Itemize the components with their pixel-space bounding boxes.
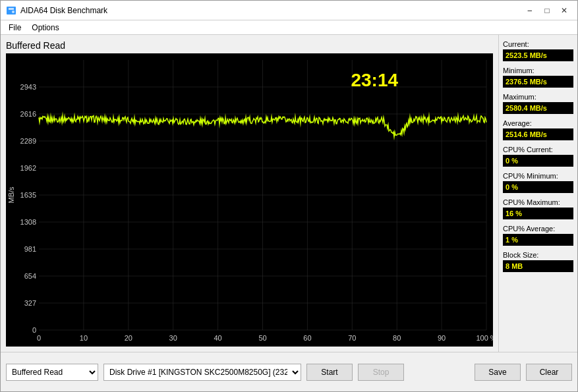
stat-block-size: Block Size: 8 MB: [503, 251, 573, 272]
drive-select[interactable]: Disk Drive #1 [KINGSTON SKC2500M8250G] (…: [103, 364, 301, 381]
window-title: AIDA64 Disk Benchmark: [20, 6, 107, 15]
title-bar-left: AIDA64 Disk Benchmark: [6, 5, 107, 16]
minimum-label: Minimum:: [503, 67, 573, 74]
cpu-maximum-label: CPU% Maximum:: [503, 198, 573, 206]
cpu-average-value: 1 %: [503, 234, 573, 246]
bottom-bar: Buffered Read Random Read Random Write D…: [1, 352, 577, 391]
window-controls: ‒ □ ✕: [522, 4, 572, 17]
average-label: Average:: [503, 119, 573, 127]
chart-container: [6, 53, 493, 347]
stat-cpu-current: CPU% Current: 0 %: [503, 146, 573, 167]
stat-minimum: Minimum: 2376.5 MB/s: [503, 67, 573, 88]
block-size-value: 8 MB: [503, 260, 573, 272]
title-bar: AIDA64 Disk Benchmark ‒ □ ✕: [1, 1, 577, 20]
stat-current: Current: 2523.5 MB/s: [503, 40, 573, 61]
cpu-minimum-label: CPU% Minimum:: [503, 172, 573, 180]
menu-bar: File Options: [1, 20, 577, 35]
minimize-button[interactable]: ‒: [522, 4, 538, 17]
stat-average: Average: 2514.6 MB/s: [503, 119, 573, 140]
cpu-current-value: 0 %: [503, 155, 573, 167]
current-value: 2523.5 MB/s: [503, 49, 573, 61]
menu-options[interactable]: Options: [26, 22, 64, 34]
block-size-label: Block Size:: [503, 251, 573, 259]
main-panel: Buffered Read: [1, 35, 498, 352]
stop-button[interactable]: Stop: [358, 364, 404, 381]
svg-point-2: [12, 11, 14, 13]
average-value: 2514.6 MB/s: [503, 128, 573, 140]
menu-file[interactable]: File: [3, 22, 26, 34]
cpu-average-label: CPU% Average:: [503, 225, 573, 233]
test-select[interactable]: Buffered Read Random Read Random Write: [6, 364, 98, 381]
maximum-label: Maximum:: [503, 93, 573, 101]
start-button[interactable]: Start: [306, 364, 353, 381]
save-button[interactable]: Save: [475, 364, 521, 381]
cpu-maximum-value: 16 %: [503, 208, 573, 219]
benchmark-title: Buffered Read: [6, 40, 493, 51]
maximum-value: 2580.4 MB/s: [503, 102, 573, 114]
stat-maximum: Maximum: 2580.4 MB/s: [503, 93, 573, 114]
close-button[interactable]: ✕: [556, 4, 572, 17]
cpu-current-label: CPU% Current:: [503, 146, 573, 154]
main-window: AIDA64 Disk Benchmark ‒ □ ✕ File Options…: [0, 0, 578, 392]
cpu-minimum-value: 0 %: [503, 181, 573, 193]
minimum-value: 2376.5 MB/s: [503, 76, 573, 88]
stat-cpu-average: CPU% Average: 1 %: [503, 225, 573, 246]
stat-cpu-maximum: CPU% Maximum: 16 %: [503, 198, 573, 219]
svg-rect-1: [9, 8, 14, 10]
content-area: Buffered Read Current: 2523.5 MB/s Minim…: [1, 35, 577, 352]
clear-button[interactable]: Clear: [526, 364, 572, 381]
svg-rect-0: [7, 7, 16, 14]
right-panel: Current: 2523.5 MB/s Minimum: 2376.5 MB/…: [498, 35, 577, 352]
maximize-button[interactable]: □: [539, 4, 555, 17]
stat-cpu-minimum: CPU% Minimum: 0 %: [503, 172, 573, 193]
app-icon: [6, 5, 16, 16]
current-label: Current:: [503, 40, 573, 48]
